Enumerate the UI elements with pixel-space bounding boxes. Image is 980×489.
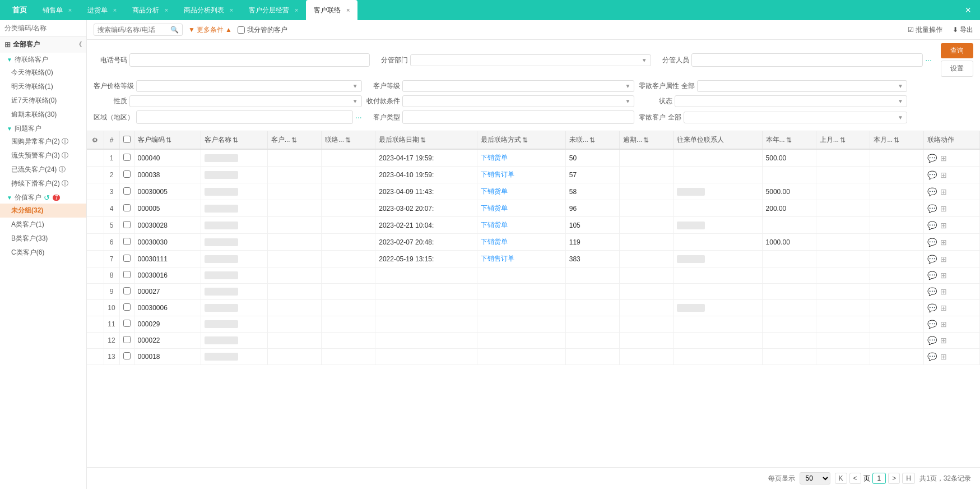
export-button[interactable]: ⬇ 导出 xyxy=(953,25,973,35)
sidebar-item-week-pending[interactable]: 近7天待联络(0) xyxy=(0,94,86,108)
row-checkbox-cell[interactable] xyxy=(119,251,134,267)
sidebar-item-churn-warning[interactable]: 流失预警客户(3) ⓘ xyxy=(0,149,86,163)
row-checkbox[interactable] xyxy=(123,154,131,161)
contact-method-link[interactable]: 下销售订单 xyxy=(481,170,514,178)
no-contact-col-header[interactable]: 未联...⇅ xyxy=(565,131,619,149)
my-customers-checkbox[interactable] xyxy=(238,26,245,34)
grid-action-icon[interactable]: ⊞ xyxy=(940,187,947,196)
unit-contact-col-header[interactable]: 往来单位联系人 xyxy=(674,131,762,149)
grid-action-icon[interactable]: ⊞ xyxy=(940,287,947,296)
grid-action-icon[interactable]: ⊞ xyxy=(940,255,947,264)
row-last-contact-method[interactable] xyxy=(477,267,565,284)
chat-icon[interactable]: 💬 xyxy=(927,352,937,361)
row-checkbox-cell[interactable] xyxy=(119,234,134,251)
per-page-select[interactable]: 50 100 200 xyxy=(800,472,830,485)
chat-icon[interactable]: 💬 xyxy=(927,221,937,230)
region-dots[interactable]: ··· xyxy=(355,113,362,122)
row-settings[interactable] xyxy=(87,267,104,284)
name-col-header[interactable]: 客户名称⇅ xyxy=(201,131,267,149)
contact-method-link[interactable]: 下销货单 xyxy=(481,221,508,229)
status-select[interactable]: ▼ xyxy=(675,95,907,107)
more-conditions-button[interactable]: ▼ 更多条件 ▲ xyxy=(188,25,232,35)
last-month-col-header[interactable]: 上月...⇅ xyxy=(816,131,870,149)
chat-icon[interactable]: 💬 xyxy=(927,204,937,213)
contact-col-header[interactable]: 联络...⇅ xyxy=(321,131,375,149)
row-last-contact-method[interactable] xyxy=(477,349,565,365)
manager-input[interactable] xyxy=(691,53,923,67)
row-last-contact-method[interactable] xyxy=(477,300,565,316)
row-checkbox-cell[interactable] xyxy=(119,167,134,183)
search-input[interactable] xyxy=(97,26,170,34)
value-customers-group[interactable]: ▼ 价值客户 ↺ 7 xyxy=(0,191,86,204)
refresh-icon[interactable]: ↺ xyxy=(44,193,50,202)
grid-action-icon[interactable]: ⊞ xyxy=(940,271,947,280)
dept-select[interactable]: ▼ xyxy=(410,54,651,66)
sidebar-item-today-pending[interactable]: 今天待联络(0) xyxy=(0,66,86,80)
grid-action-icon[interactable]: ⊞ xyxy=(940,336,947,345)
nav-analysis[interactable]: 商品分析 × xyxy=(124,0,176,20)
row-checkbox-cell[interactable] xyxy=(119,200,134,217)
row-settings[interactable] xyxy=(87,284,104,300)
row-last-contact-method[interactable]: 下销货单 xyxy=(477,183,565,200)
grid-action-icon[interactable]: ⊞ xyxy=(940,303,947,312)
chat-icon[interactable]: 💬 xyxy=(927,238,937,247)
batch-operation-button[interactable]: ☑ 批量操作 xyxy=(908,25,942,35)
row-settings[interactable] xyxy=(87,183,104,200)
close-analysis-tab[interactable]: × xyxy=(165,7,168,13)
row-checkbox[interactable] xyxy=(123,204,131,211)
select-all-checkbox[interactable] xyxy=(123,136,131,143)
chat-icon[interactable]: 💬 xyxy=(927,154,937,163)
grid-action-icon[interactable]: ⊞ xyxy=(940,154,947,163)
chat-icon[interactable]: 💬 xyxy=(927,271,937,280)
chat-icon[interactable]: 💬 xyxy=(927,287,937,296)
payment-select[interactable]: ▼ xyxy=(402,95,635,107)
row-checkbox-cell[interactable] xyxy=(119,333,134,349)
nav-purchase[interactable]: 进货单 × xyxy=(80,0,124,20)
contact-method-link[interactable]: 下销货单 xyxy=(481,238,508,246)
nature-select[interactable]: ▼ xyxy=(129,95,362,107)
row-checkbox-cell[interactable] xyxy=(119,183,134,200)
row-last-contact-method[interactable] xyxy=(477,284,565,300)
nav-home[interactable]: 首页 xyxy=(4,0,35,20)
chat-icon[interactable]: 💬 xyxy=(927,336,937,345)
window-close-button[interactable]: × xyxy=(960,4,976,16)
row-settings[interactable] xyxy=(87,234,104,251)
sidebar-item-churned[interactable]: 已流失客户(24) ⓘ xyxy=(0,163,86,177)
grid-action-icon[interactable]: ⊞ xyxy=(940,238,947,247)
all-customers-header[interactable]: ⊞ 全部客户 《 xyxy=(0,36,86,53)
overdue-col-header[interactable]: 逾期...⇅ xyxy=(620,131,674,149)
row-last-contact-method[interactable] xyxy=(477,316,565,333)
manager-dots[interactable]: ··· xyxy=(925,56,932,64)
last-page-button[interactable]: H xyxy=(902,473,915,484)
query-button[interactable]: 查询 xyxy=(941,43,973,58)
chat-icon[interactable]: 💬 xyxy=(927,187,937,196)
phone-input[interactable] xyxy=(129,53,370,67)
contact-method-link[interactable]: 下销货单 xyxy=(481,187,508,195)
contact-method-link[interactable]: 下销货单 xyxy=(481,204,508,212)
row-checkbox[interactable] xyxy=(123,187,131,195)
row-last-contact-method[interactable]: 下销售订单 xyxy=(477,167,565,183)
row-last-contact-method[interactable] xyxy=(477,333,565,349)
last-contact-date-col-header[interactable]: 最后联络日期⇅ xyxy=(375,131,477,149)
row-settings[interactable] xyxy=(87,217,104,234)
sidebar-search-input[interactable] xyxy=(4,24,87,32)
row-settings[interactable] xyxy=(87,316,104,333)
row-checkbox-cell[interactable] xyxy=(119,149,134,167)
row-checkbox[interactable] xyxy=(123,221,131,228)
row-checkbox[interactable] xyxy=(123,255,131,262)
row-settings[interactable] xyxy=(87,251,104,267)
close-analysis-list-tab[interactable]: × xyxy=(230,7,233,13)
chat-icon[interactable]: 💬 xyxy=(927,170,937,179)
sidebar-item-class-a[interactable]: A类客户(1) xyxy=(0,218,86,232)
contact-method-link[interactable]: 下销售订单 xyxy=(481,255,514,262)
row-last-contact-method[interactable]: 下销货单 xyxy=(477,234,565,251)
sidebar-item-class-c[interactable]: C类客户(6) xyxy=(0,246,86,260)
settings-col-header[interactable]: ⚙ xyxy=(87,131,104,149)
row-settings[interactable] xyxy=(87,149,104,167)
pending-contact-group[interactable]: ▼ 待联络客户 xyxy=(0,53,86,66)
this-month-col-header[interactable]: 本月...⇅ xyxy=(870,131,924,149)
sidebar-item-declining[interactable]: 持续下滑客户(2) ⓘ xyxy=(0,177,86,191)
row-last-contact-method[interactable]: 下销货单 xyxy=(477,200,565,217)
row-checkbox[interactable] xyxy=(123,336,131,343)
row-settings[interactable] xyxy=(87,200,104,217)
